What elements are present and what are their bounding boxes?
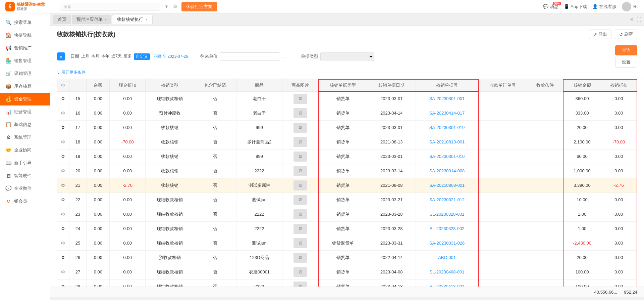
voucher-no-link[interactable]: SA-20210813-001 <box>429 139 465 144</box>
date-link-last-month[interactable]: 上月 <box>81 53 89 60</box>
date-link-more[interactable]: 更多 <box>124 53 132 60</box>
sidebar-item-enterprise[interactable]: 🤝 企业协同 <box>0 144 50 157</box>
voucher-no-link[interactable]: SA-20210808-001 <box>429 183 465 188</box>
sidebar-item-purchase[interactable]: 🛒 采购管理 <box>0 67 50 80</box>
setting-button[interactable]: 设置 <box>615 57 637 68</box>
sidebar-item-quick-nav[interactable]: 🏠 快捷导航 <box>0 29 50 42</box>
cell-gear[interactable]: ⚙ <box>57 250 69 265</box>
voucher-type-select[interactable] <box>320 52 374 61</box>
settings-gear-icon[interactable]: ⚙ <box>173 3 177 10</box>
cell-cancel-voucher-no[interactable]: SA-20230301-010 <box>416 149 478 164</box>
cell-cancel-voucher-no[interactable]: SL-20230328-002 <box>416 221 478 236</box>
sidebar-item-hardware[interactable]: 🖥 智能硬件 <box>0 169 50 182</box>
cell-cancel-voucher-type: 销货退货单 <box>318 236 367 250</box>
cell-gear[interactable]: ⚙ <box>57 164 69 178</box>
voucher-no-link[interactable]: SA-20230331-026 <box>429 241 465 246</box>
sidebar-item-search-menu[interactable]: 🔍 搜索菜单 <box>0 16 50 29</box>
online-service-icon: 👤 <box>592 4 598 9</box>
voucher-no-link[interactable]: SL-20230328-001 <box>430 212 465 217</box>
cell-gear[interactable]: ⚙ <box>57 221 69 236</box>
sidebar-item-sales[interactable]: 🏪 销售管理 <box>0 54 50 67</box>
cell-gear[interactable]: ⚙ <box>57 279 69 287</box>
voucher-no-link[interactable]: SL-20230328-002 <box>430 226 465 231</box>
voucher-no-link[interactable]: SL-20230418-001 <box>430 284 465 287</box>
window-close-icon[interactable]: ✕ <box>630 17 634 22</box>
voucher-no-link[interactable]: SA-20230321-012 <box>429 197 465 202</box>
cell-cancel-voucher-no[interactable]: SL-20230408-001 <box>416 265 478 279</box>
window-expand-icon[interactable]: ⛶ <box>637 17 641 22</box>
tab-receipt-cancel-close-icon[interactable]: × <box>145 17 147 22</box>
cell-cancel-voucher-no[interactable]: SA-20230301-001 <box>416 91 478 106</box>
sidebar-item-basic-info[interactable]: 📋 基础信息 <box>0 118 50 131</box>
cell-cancel-voucher-no[interactable]: SA-20230321-012 <box>416 192 478 207</box>
online-service-button[interactable]: 👤 在线客服 <box>592 4 616 10</box>
cell-cancel-voucher-no[interactable]: SA-20210813-001 <box>416 135 478 149</box>
export-button[interactable]: ↗ 导出 <box>589 30 611 39</box>
sidebar-item-marketing[interactable]: 📢 营销推广 <box>0 42 50 54</box>
cell-receipt-order-no <box>478 91 527 106</box>
sidebar-item-wechat[interactable]: 💬 企业微信 <box>0 182 50 195</box>
voucher-no-link[interactable]: SA-20230301-010 <box>429 125 465 130</box>
cell-cancel-voucher-no[interactable]: SA-20210808-001 <box>416 178 478 192</box>
sidebar-item-finance[interactable]: 💰 资金管理 <box>0 93 50 105</box>
sidebar-item-operation[interactable]: 📊 经营管理 <box>0 105 50 118</box>
tab-prepay[interactable]: 预付冲应付单 × <box>72 15 111 24</box>
cell-receipt-condition <box>527 149 564 164</box>
cell-cash-discount: -2.76 <box>110 178 146 192</box>
date-custom-button[interactable]: 自定义 <box>134 53 150 60</box>
date-link-this-month[interactable]: 本月 <box>91 53 99 60</box>
voucher-no-link[interactable]: SA-20230414-017 <box>429 111 465 116</box>
tab-home[interactable]: 首页 <box>53 15 71 24</box>
voucher-no-link[interactable]: SL-20230408-001 <box>430 269 465 274</box>
voucher-no-link[interactable]: ABC-001 <box>438 255 456 260</box>
cell-gear[interactable]: ⚙ <box>57 106 69 120</box>
cell-cancel-voucher-no[interactable]: SA-20230301-010 <box>416 120 478 135</box>
horizontal-scrollbar[interactable] <box>50 297 644 300</box>
cell-gear[interactable]: ⚙ <box>57 120 69 135</box>
export-label: 导出 <box>598 31 607 37</box>
dropdown-arrow-icon[interactable]: ▼ <box>164 4 169 9</box>
sidebar-item-guide[interactable]: 📖 新手引导 <box>0 157 50 169</box>
app-download-button[interactable]: 📱 App下载 <box>564 4 587 10</box>
cell-gear[interactable]: ⚙ <box>57 236 69 250</box>
cell-gear[interactable]: ⚙ <box>57 91 69 106</box>
voucher-no-link[interactable]: SA-20230301-001 <box>429 96 465 101</box>
expand-more-conditions[interactable]: ∨ 展开更多条件 <box>57 70 637 75</box>
cell-gear[interactable]: ⚙ <box>57 135 69 149</box>
voucher-no-link[interactable]: SA-20230314-008 <box>429 168 465 173</box>
tab-prepay-close-icon[interactable]: × <box>105 17 107 22</box>
cell-gear[interactable]: ⚙ <box>57 149 69 164</box>
sidebar-item-member[interactable]: V 畅会员 <box>0 195 50 208</box>
message-button[interactable]: 💬 消息 99+ <box>543 4 558 10</box>
date-link-this-year[interactable]: 本年 <box>101 53 109 60</box>
tab-receipt-cancel[interactable]: 收款核销执行 × <box>112 15 152 24</box>
cell-cancel-voucher-no[interactable]: SA-20230414-017 <box>416 106 478 120</box>
cell-gear[interactable]: ⚙ <box>57 207 69 221</box>
partner-filter-input[interactable] <box>220 52 280 61</box>
window-minimize-icon[interactable]: — <box>623 17 627 22</box>
cell-gear[interactable]: ⚙ <box>57 192 69 207</box>
cell-gear[interactable]: ⚙ <box>57 178 69 192</box>
filter-expand-button[interactable]: » <box>57 52 65 60</box>
industry-solution-button[interactable]: 休验行业方案 <box>181 2 217 11</box>
cell-cancel-amount: 60.00 <box>563 149 601 164</box>
voucher-no-link[interactable]: SA-20230301-010 <box>429 154 465 159</box>
product-image: 🖼 <box>293 253 307 263</box>
top-search-input[interactable] <box>60 3 160 11</box>
cell-cancel-voucher-no[interactable]: SA-20230331-026 <box>416 236 478 250</box>
cell-cancel-voucher-no[interactable]: SL-20230328-001 <box>416 207 478 221</box>
user-area[interactable]: Rit <box>622 2 639 11</box>
query-button[interactable]: 查询 <box>615 45 637 55</box>
cell-gear[interactable]: ⚙ <box>57 265 69 279</box>
cell-balance: 0.00 <box>87 250 110 265</box>
sidebar-item-inventory[interactable]: 📦 库存核算 <box>0 80 50 93</box>
product-image: 🖼 <box>293 224 307 234</box>
partner-filter-item: 往来单位 ... <box>200 52 289 61</box>
cell-cancel-voucher-no[interactable]: SL-20230418-001 <box>416 279 478 287</box>
refresh-button[interactable]: ↺ 刷新 <box>615 30 637 39</box>
cell-cancel-voucher-no[interactable]: ABC-001 <box>416 250 478 265</box>
th-gear[interactable]: ⚙ <box>57 79 69 91</box>
cell-cancel-voucher-no[interactable]: SA-20230314-008 <box>416 164 478 178</box>
date-link-7days[interactable]: 近7天 <box>111 53 122 60</box>
sidebar-item-system[interactable]: ⚙ 系统管理 <box>0 131 50 144</box>
